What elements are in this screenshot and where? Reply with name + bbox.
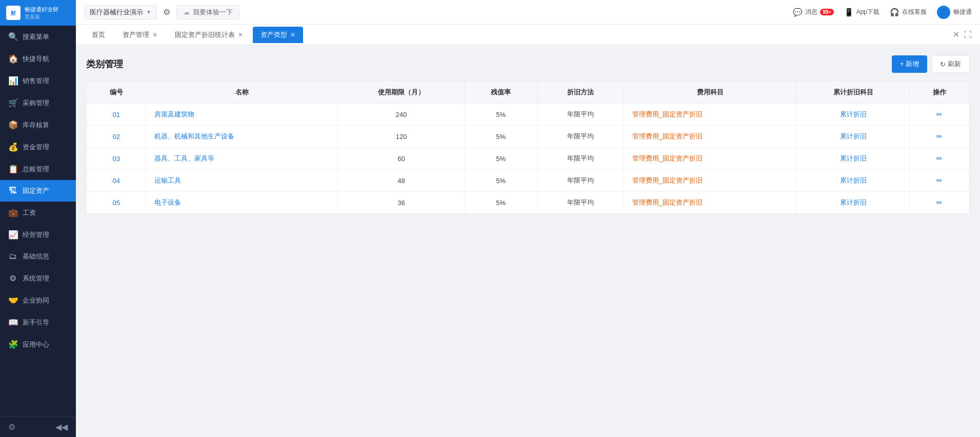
cell-code: 03	[87, 148, 146, 170]
sidebar-footer: ⚙ ◀◀	[0, 416, 76, 437]
settings-footer-icon[interactable]: ⚙	[8, 422, 15, 432]
col-action: 操作	[910, 82, 969, 104]
close-icon[interactable]: ✕	[238, 31, 243, 38]
cell-code: 05	[87, 192, 146, 214]
sidebar-item-sales[interactable]: 📊 销售管理	[0, 70, 76, 92]
cell-expense: 管理费用_固定资产折旧	[624, 126, 797, 148]
edit-icon[interactable]: ✏	[936, 110, 943, 118]
close-icon[interactable]: ✕	[152, 31, 157, 38]
cell-action[interactable]: ✏	[910, 148, 969, 170]
tabs-controls: ✕ ⛶	[953, 30, 972, 39]
sidebar-item-system[interactable]: ⚙ 系统管理	[0, 267, 76, 289]
folder-icon: 🗂	[8, 252, 17, 261]
cell-method: 年限平均	[537, 148, 624, 170]
table-row: 05 电子设备 36 5% 年限平均 管理费用_固定资产折旧 累计折旧 ✏	[87, 192, 969, 214]
search-icon: 🔍	[8, 32, 17, 42]
sidebar-item-label: 总账管理	[23, 165, 49, 174]
sidebar-item-guide[interactable]: 📖 新手引导	[0, 311, 76, 333]
app-download-action[interactable]: 📱 App下载	[844, 8, 879, 17]
experience-label: 我要体验一下	[193, 8, 233, 17]
refresh-label: 刷新	[948, 59, 961, 69]
cell-residual: 5%	[464, 170, 537, 192]
sidebar-item-label: 采购管理	[23, 98, 49, 108]
tab-home[interactable]: 首页	[84, 27, 113, 43]
apps-icon: 🧩	[8, 340, 17, 349]
tab-assettype[interactable]: 资产类型 ✕	[253, 27, 303, 43]
sidebar-item-purchase[interactable]: 🛒 采购管理	[0, 92, 76, 114]
sidebar-item-capital[interactable]: 💰 资金管理	[0, 136, 76, 158]
app-name: 畅捷通好业财	[25, 6, 58, 13]
gear-icon: ⚙	[8, 273, 17, 283]
sidebar-item-label: 销售管理	[23, 76, 49, 86]
cell-residual: 5%	[464, 104, 537, 126]
cell-action[interactable]: ✏	[910, 170, 969, 192]
close-window-btn[interactable]: ✕	[953, 30, 959, 39]
briefcase-icon: 💼	[8, 208, 17, 217]
collapse-icon[interactable]: ◀◀	[55, 422, 68, 432]
sidebar-item-ledger[interactable]: 📋 总账管理	[0, 158, 76, 180]
col-expense: 费用科目	[624, 82, 797, 104]
sidebar-item-label: 企业协同	[23, 296, 49, 305]
sidebar-item-label: 基础信息	[23, 252, 49, 261]
sidebar-item-search[interactable]: 🔍 搜索菜单	[0, 26, 76, 48]
col-code: 编号	[87, 82, 146, 104]
sidebar-item-operation[interactable]: 📈 经营管理	[0, 224, 76, 246]
cell-action[interactable]: ✏	[910, 126, 969, 148]
msg-action[interactable]: 💬 消息 99	[793, 8, 833, 17]
refresh-button[interactable]: ↻ 刷新	[931, 55, 970, 73]
cell-code: 02	[87, 126, 146, 148]
edit-icon[interactable]: ✏	[936, 132, 943, 141]
cell-accum: 累计折旧	[797, 104, 910, 126]
maximize-btn[interactable]: ⛶	[964, 30, 972, 39]
cell-name: 器具、工具、家具等	[146, 148, 338, 170]
cell-expense: 管理费用_固定资产折旧	[624, 170, 797, 192]
new-button[interactable]: + 新增	[892, 55, 927, 73]
sidebar-item-payroll[interactable]: 💼 工资	[0, 202, 76, 224]
headset-icon: 🎧	[890, 8, 899, 17]
cell-method: 年限平均	[537, 104, 624, 126]
cell-months: 60	[338, 148, 465, 170]
cell-expense: 管理费用_固定资产折旧	[624, 192, 797, 214]
cell-action[interactable]: ✏	[910, 104, 969, 126]
cell-residual: 5%	[464, 148, 537, 170]
cell-accum: 累计折旧	[797, 192, 910, 214]
cell-code: 01	[87, 104, 146, 126]
book-icon: 📖	[8, 317, 17, 327]
experience-button[interactable]: ☁ 我要体验一下	[176, 5, 239, 19]
company-selector[interactable]: 医疗器械行业演示 ▼	[84, 5, 157, 19]
user-name: 畅捷通	[953, 8, 972, 16]
sidebar-item-quicknav[interactable]: 🏠 快捷导航	[0, 48, 76, 70]
tab-assetmgmt[interactable]: 资产管理 ✕	[115, 27, 165, 43]
chevron-down-icon: ▼	[146, 9, 151, 15]
cell-accum: 累计折旧	[797, 170, 910, 192]
close-icon[interactable]: ✕	[290, 31, 295, 38]
page-title: 类别管理	[86, 58, 123, 70]
sidebar: 财 畅捷通好业财 普及版 🔍 搜索菜单 🏠 快捷导航 📊 销售管理 🛒 采购管理…	[0, 0, 76, 437]
col-residual: 残值率	[464, 82, 537, 104]
edit-icon[interactable]: ✏	[936, 176, 943, 185]
service-action[interactable]: 🎧 在线客服	[890, 8, 927, 17]
mobile-icon: 📱	[844, 8, 854, 17]
cell-accum: 累计折旧	[797, 148, 910, 170]
edit-icon[interactable]: ✏	[936, 198, 943, 207]
app-version: 普及版	[25, 13, 58, 20]
logo-icon: 财	[6, 6, 21, 20]
building-icon: 🏗	[8, 186, 17, 195]
col-months: 使用期限（月）	[338, 82, 465, 104]
sidebar-item-fixedassets[interactable]: 🏗 固定资产	[0, 180, 76, 202]
user-menu[interactable]: 👤 畅捷通	[937, 6, 972, 19]
tab-deprstat[interactable]: 固定资产折旧统计表 ✕	[167, 27, 251, 43]
sidebar-item-label: 搜索菜单	[23, 32, 49, 42]
sidebar-item-label: 快捷导航	[23, 54, 49, 64]
cell-months: 48	[338, 170, 465, 192]
cloud-icon: ☁	[183, 8, 190, 16]
sidebar-item-basic[interactable]: 🗂 基础信息	[0, 246, 76, 267]
edit-icon[interactable]: ✏	[936, 154, 943, 163]
sidebar-item-inventory[interactable]: 📦 库存核算	[0, 114, 76, 136]
sidebar-item-apps[interactable]: 🧩 应用中心	[0, 333, 76, 355]
sidebar-item-label: 经营管理	[23, 230, 49, 240]
cell-action[interactable]: ✏	[910, 192, 969, 214]
settings-icon[interactable]: ⚙	[163, 7, 170, 17]
table-row: 04 运输工具 48 5% 年限平均 管理费用_固定资产折旧 累计折旧 ✏	[87, 170, 969, 192]
sidebar-item-corp[interactable]: 🤝 企业协同	[0, 289, 76, 311]
